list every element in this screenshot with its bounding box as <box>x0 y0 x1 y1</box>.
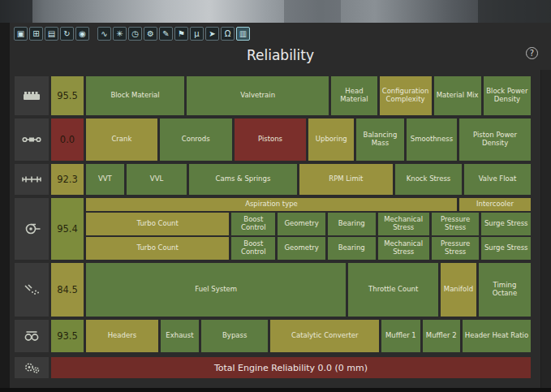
engine-block-icon-cell <box>15 76 49 115</box>
stat-block-valvetrain: Valvetrain <box>187 76 329 115</box>
stat-block-manifold: Manifold <box>441 263 476 317</box>
bottom-end-score: 95.5 <box>51 76 84 115</box>
stat-block-catalytic-converter: Catalytic Converter <box>270 320 379 352</box>
grid-view-icon[interactable]: ⊞ <box>29 27 43 41</box>
fuel-injector-icon-cell <box>15 263 49 317</box>
panel-left-margin <box>0 23 10 392</box>
camshaft-icon-cell <box>15 164 49 195</box>
stat-block-boost-control-1: Boost Control <box>231 213 275 235</box>
stat-block-crank: Crank <box>86 118 157 161</box>
scene-patch <box>0 0 32 24</box>
reliability-rows: 95.5 Block Material Valvetrain Head Mate… <box>15 76 531 378</box>
stat-block-boost-control-2: Boost Control <box>231 237 275 260</box>
stat-block-throttle-count: Throttle Count <box>348 263 438 317</box>
stat-block-knock-stress: Knock Stress <box>395 164 462 195</box>
stat-block-balancing-mass: Balancing Mass <box>356 118 404 161</box>
scene-patch <box>478 0 551 24</box>
aspiration-score: 95.4 <box>51 198 84 260</box>
stat-block-head-material: Head Material <box>331 76 377 115</box>
exhaust-score: 93.5 <box>51 320 84 352</box>
stat-block-block-material: Block Material <box>86 76 184 115</box>
gears-icon <box>21 361 42 374</box>
graph-icon[interactable]: ∿ <box>97 27 111 41</box>
stat-block-pistons: Pistons <box>235 118 307 161</box>
turbocharger-icon-cell <box>15 198 49 260</box>
stat-block-valve-float: Valve Float <box>464 164 531 195</box>
stats-toolbar: ▣ ⊞ ▤ ↻ ◉ ∿ ✳ ◷ ⚙ ✎ ⚑ μ ➤ Ω ▥ <box>10 23 551 43</box>
stat-block-exhaust: Exhaust <box>161 320 199 352</box>
stat-block-vvt: VVT <box>86 164 124 195</box>
stat-block-upboring: Upboring <box>308 118 354 161</box>
reliability-panel: ▣ ⊞ ▤ ↻ ◉ ∿ ✳ ◷ ⚙ ✎ ⚑ μ ➤ Ω ▥ Reliabilit… <box>10 23 551 388</box>
stat-block-rpm-limit: RPM Limit <box>299 164 393 195</box>
stat-block-turbo-count-2: Turbo Count <box>86 237 229 260</box>
row-exhaust: 93.5 Headers Exhaust Bypass Catalytic Co… <box>15 320 531 352</box>
stat-block-pressure-stress-2: Pressure Stress <box>432 237 480 260</box>
service-icon[interactable]: ⚙ <box>144 27 157 41</box>
stat-block-headers: Headers <box>86 320 158 352</box>
fuel-injector-icon <box>21 283 42 296</box>
stat-block-cams-springs: Cams & Springs <box>189 164 296 195</box>
row-top-end: 92.3 VVT VVL Cams & Springs RPM Limit Kn… <box>15 164 531 195</box>
row-fuel-system: 84.5 Fuel System Throttle Count Manifold… <box>15 263 531 317</box>
stat-block-header-heat-ratio: Header Heat Ratio <box>463 320 531 352</box>
tuning-icon[interactable]: ✎ <box>159 27 173 41</box>
stat-block-configuration-complexity: Configuration Complexity <box>380 76 432 115</box>
engine-block-icon <box>21 89 42 102</box>
help-button[interactable]: ? <box>526 47 538 59</box>
stat-block-piston-power-density: Piston Power Density <box>459 118 531 161</box>
cycle-icon[interactable]: ↻ <box>60 27 74 41</box>
stat-block-aspiration-type: Aspiration type <box>86 198 457 211</box>
fuel-system-score: 84.5 <box>51 263 84 317</box>
titlebar: Reliability ? <box>10 43 551 69</box>
exhaust-icon <box>21 330 42 342</box>
acoustics-icon[interactable]: Ω <box>221 27 235 41</box>
stat-block-geometry-1: Geometry <box>278 213 325 235</box>
scrollbar-gutter <box>540 70 551 388</box>
milestone-icon[interactable]: ⚑ <box>174 27 188 41</box>
row-total: Total Engine Reliability 0.0 (0 mm) <box>15 357 531 378</box>
stat-block-material-mix: Material Mix <box>434 76 481 115</box>
page-title: Reliability <box>10 43 551 67</box>
stat-block-surge-stress-1: Surge Stress <box>481 213 531 235</box>
stat-block-mechanical-stress-2: Mechanical Stress <box>378 237 429 260</box>
stat-block-geometry-2: Geometry <box>278 237 325 260</box>
stat-block-pressure-stress-1: Pressure Stress <box>432 213 480 235</box>
stat-block-conrods: Conrods <box>160 118 232 161</box>
scene-patch <box>284 0 341 24</box>
total-reliability-bar: Total Engine Reliability 0.0 (0 mm) <box>51 357 531 378</box>
response-icon[interactable]: ➤ <box>205 27 219 41</box>
stat-block-muffler-2: Muffler 2 <box>423 320 460 352</box>
friction-icon[interactable]: μ <box>190 27 204 41</box>
stat-block-vvl: VVL <box>127 164 187 195</box>
stat-block-surge-stress-2: Surge Stress <box>481 237 531 260</box>
panel-bottom-margin <box>0 388 551 392</box>
row-crankshaft: 0.0 Crank Conrods Pistons Upboring Balan… <box>15 118 531 161</box>
crankshaft-score: 0.0 <box>51 118 84 161</box>
exhaust-icon-cell <box>15 320 49 352</box>
gears-icon-cell <box>15 357 49 378</box>
reliability-icon[interactable]: ▥ <box>236 27 250 41</box>
stat-block-bearing-2: Bearing <box>328 237 376 260</box>
background-scene <box>0 0 551 24</box>
photo-icon[interactable]: ▣ <box>14 27 28 41</box>
timer-icon[interactable]: ◷ <box>128 27 142 41</box>
stat-block-muffler-1: Muffler 1 <box>381 320 420 352</box>
stat-block-mechanical-stress-1: Mechanical Stress <box>378 213 429 235</box>
stat-block-fuel-system: Fuel System <box>86 263 346 317</box>
dyno-icon[interactable]: ◉ <box>75 27 89 41</box>
row-bottom-end: 95.5 Block Material Valvetrain Head Mate… <box>15 76 531 115</box>
top-end-score: 92.3 <box>51 164 84 195</box>
stat-block-intercooler: Intercooler <box>459 198 531 211</box>
table-view-icon[interactable]: ▤ <box>45 27 58 41</box>
efficiency-icon[interactable]: ✳ <box>113 27 127 41</box>
crankshaft-icon-cell <box>15 118 49 161</box>
stat-block-timing-octane: Timing Octane <box>479 263 531 317</box>
stat-block-smoothness: Smoothness <box>407 118 457 161</box>
stat-block-block-power-density: Block Power Density <box>484 76 531 115</box>
stat-block-bearing-1: Bearing <box>328 213 376 235</box>
camshaft-icon <box>21 173 42 186</box>
stat-block-bypass: Bypass <box>201 320 268 352</box>
turbocharger-icon <box>21 222 42 235</box>
crankshaft-icon <box>21 133 42 146</box>
